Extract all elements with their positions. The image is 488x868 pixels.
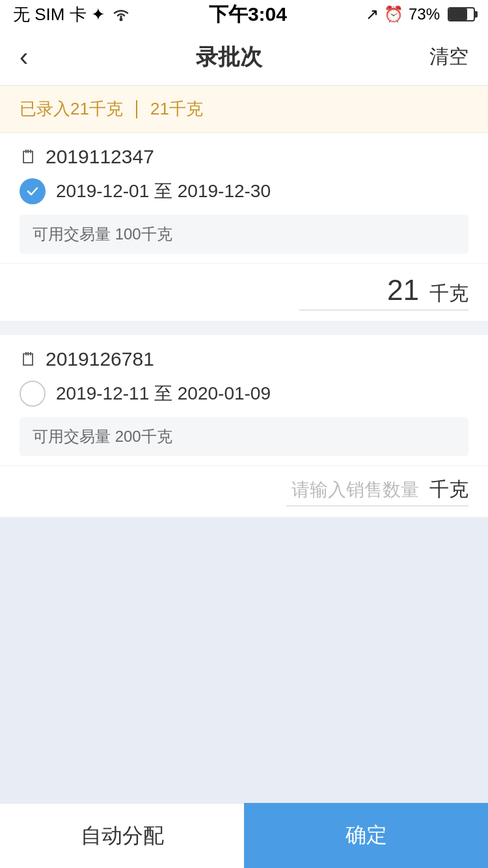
amount-unit-1: 千克 — [429, 280, 468, 307]
item-row-1[interactable]: 2019-12-01 至 2019-12-30 — [0, 173, 488, 210]
battery-percent: 73% — [409, 5, 440, 23]
item-id-1: 2019112347 — [46, 146, 154, 168]
item-header-1: 🗒 2019112347 — [0, 133, 488, 173]
input-underline-2 — [286, 506, 468, 506]
doc-icon-1: 🗒 — [20, 146, 38, 168]
clear-button[interactable]: 清空 — [429, 44, 468, 70]
status-right: ↗ ⏰ 73% — [366, 5, 475, 23]
card-separator — [0, 322, 488, 335]
item-card-1: 🗒 2019112347 2019-12-01 至 2019-12-30 可用交… — [0, 133, 488, 321]
qty-tag-1: 可用交易量 100千克 — [20, 215, 468, 254]
status-left: 无 SIM 卡 ✦ — [13, 3, 130, 26]
page-title: 录批次 — [196, 42, 262, 72]
input-row-2[interactable]: 请输入销售数量 千克 — [0, 465, 488, 517]
bottom-bar: 自动分配 确定 — [0, 803, 488, 868]
amount-value-1: 21 — [387, 274, 419, 306]
item-card-2: 🗒 2019126781 2019-12-11 至 2020-01-09 可用交… — [0, 335, 488, 517]
info-banner: 已录入21千克 21千克 — [0, 86, 488, 133]
status-time: 下午3:04 — [209, 1, 287, 28]
battery-icon — [448, 7, 475, 21]
doc-icon-2: 🗒 — [20, 349, 38, 370]
info-divider — [136, 100, 137, 118]
date-range-1: 2019-12-01 至 2019-12-30 — [56, 179, 271, 204]
radio-unchecked-2[interactable] — [20, 381, 46, 407]
radio-checked-1[interactable] — [20, 178, 46, 204]
item-row-2[interactable]: 2019-12-11 至 2020-01-09 — [0, 375, 488, 412]
input-placeholder-2: 请输入销售数量 — [291, 478, 419, 502]
sim-text: 无 SIM 卡 ✦ — [13, 3, 105, 26]
location-icon: ↗ — [366, 5, 379, 23]
auto-distribute-button[interactable]: 自动分配 — [0, 803, 244, 868]
date-range-2: 2019-12-11 至 2020-01-09 — [56, 381, 271, 406]
content-area: 🗒 2019112347 2019-12-01 至 2019-12-30 可用交… — [0, 133, 488, 868]
confirm-button[interactable]: 确定 — [244, 803, 488, 868]
amount-row-1: 21 千克 — [0, 263, 488, 321]
item-header-2: 🗒 2019126781 — [0, 335, 488, 375]
wifi-icon — [112, 7, 130, 21]
nav-bar: ‹ 录批次 清空 — [0, 29, 488, 86]
qty-tag-2: 可用交易量 200千克 — [20, 417, 468, 456]
back-button[interactable]: ‹ — [20, 42, 28, 72]
recorded-info: 已录入21千克 — [20, 98, 123, 120]
svg-point-0 — [119, 18, 122, 21]
check-icon — [25, 184, 40, 198]
amount-underline-1 — [299, 310, 468, 310]
status-bar: 无 SIM 卡 ✦ 下午3:04 ↗ ⏰ 73% — [0, 0, 488, 29]
total-info: 21千克 — [150, 98, 203, 120]
alarm-icon: ⏰ — [384, 5, 403, 23]
input-unit-2: 千克 — [429, 476, 468, 503]
item-id-2: 2019126781 — [46, 348, 154, 370]
